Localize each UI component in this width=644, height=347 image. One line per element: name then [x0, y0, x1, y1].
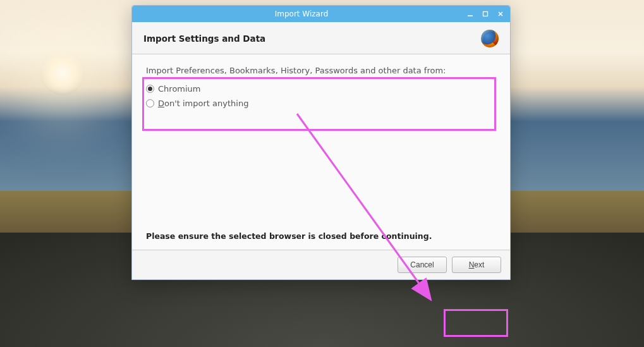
wallpaper-sun: [40, 51, 85, 95]
cancel-button[interactable]: Cancel: [398, 257, 447, 273]
radio-icon[interactable]: [146, 85, 154, 93]
maximize-icon[interactable]: [481, 9, 490, 18]
minimize-icon[interactable]: [466, 9, 475, 18]
window-title: Import Wizard: [137, 9, 466, 18]
radio-icon[interactable]: [146, 99, 154, 107]
page-title: Import Settings and Data: [143, 33, 265, 44]
close-icon[interactable]: [496, 9, 505, 18]
wizard-header: Import Settings and Data: [132, 22, 510, 54]
option-dont-import[interactable]: Don't import anything: [146, 96, 496, 111]
next-button[interactable]: Next: [452, 257, 501, 273]
option-chromium[interactable]: Chromium: [146, 82, 496, 96]
close-browser-warning: Please ensure the selected browser is cl…: [132, 231, 510, 250]
titlebar-controls: [466, 9, 505, 18]
import-options: Chromium Don't import anything: [146, 82, 496, 111]
option-label: Chromium: [158, 84, 201, 94]
import-prompt: Import Preferences, Bookmarks, History, …: [146, 66, 496, 75]
window-titlebar[interactable]: Import Wizard: [132, 6, 510, 22]
wizard-footer: Cancel Next: [132, 250, 510, 279]
option-label: Don't import anything: [158, 99, 248, 108]
wizard-content: Import Preferences, Bookmarks, History, …: [132, 54, 510, 231]
firefox-icon: [481, 30, 499, 47]
svg-rect-1: [483, 12, 488, 16]
import-wizard-window: Import Wizard Import Settings and Data I…: [131, 5, 511, 280]
